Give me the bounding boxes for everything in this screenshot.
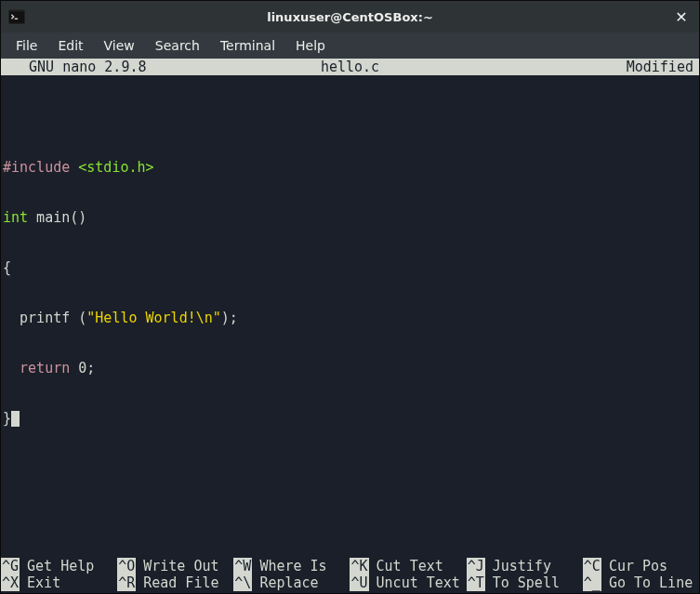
code-line: #include <stdio.h> (1, 159, 699, 176)
shortcut-uncut-text: ^UUncut Text (350, 574, 466, 591)
shortcut-key: ^X (1, 574, 20, 591)
shortcut-label: Justify (485, 558, 551, 574)
shortcut-label: Read File (136, 574, 218, 591)
svg-rect-1 (9, 11, 24, 22)
shortcut-key: ^U (350, 574, 368, 591)
code-line: return 0; (1, 360, 699, 376)
shortcut-label: Exit (20, 574, 60, 591)
return-rest: 0; (70, 360, 95, 376)
shortcut-cut-text: ^KCut Text (350, 558, 466, 574)
menubar: File Edit View Search Terminal Help (1, 33, 699, 59)
main-signature: main() (28, 209, 86, 226)
shortcut-justify: ^JJustify (467, 558, 583, 574)
shortcut-read-file: ^RRead File (117, 574, 233, 591)
shortcut-key: ^T (467, 574, 485, 591)
menu-edit[interactable]: Edit (48, 34, 92, 57)
menu-search[interactable]: Search (146, 34, 209, 57)
shortcut-key: ^W (233, 558, 252, 574)
shortcut-exit: ^XExit (1, 574, 117, 591)
printf-post: ); (221, 310, 238, 326)
shortcut-key: ^O (117, 558, 136, 574)
code-line (1, 109, 699, 125)
shortcut-where-is: ^WWhere Is (233, 558, 350, 574)
shortcut-label: Cut Text (369, 558, 443, 574)
nano-header: GNU nano 2.9.8 hello.c Modified (1, 59, 699, 75)
shortcut-get-help: ^GGet Help (1, 558, 117, 574)
shortcut-label: Where Is (252, 558, 326, 574)
window-titlebar[interactable]: linuxuser@CentOSBox:~ ✕ (1, 1, 699, 33)
shortcut-label: Uncut Text (369, 574, 460, 591)
include-header: <stdio.h> (78, 159, 153, 176)
printf-pre: printf ( (3, 310, 86, 326)
shortcut-go-to-line: ^_Go To Line (583, 574, 699, 591)
shortcut-write-out: ^OWrite Out (117, 558, 233, 574)
nano-app-label: GNU nano 2.9.8 (3, 59, 245, 75)
nano-shortcuts: ^GGet Help ^OWrite Out ^WWhere Is ^KCut … (1, 558, 699, 593)
shortcut-key: ^K (350, 558, 368, 574)
menu-file[interactable]: File (7, 34, 46, 57)
nano-filename: hello.c (245, 59, 454, 75)
shortcut-label: Go To Line (601, 574, 693, 591)
shortcut-replace: ^\Replace (233, 574, 350, 591)
shortcut-label: Write Out (136, 558, 218, 574)
shortcut-label: Get Help (20, 558, 94, 574)
terminal-window: linuxuser@CentOSBox:~ ✕ File Edit View S… (0, 0, 700, 594)
text-cursor (11, 411, 20, 427)
code-line: { (1, 259, 699, 276)
shortcut-to-spell: ^TTo Spell (467, 574, 583, 591)
shortcut-key: ^J (467, 558, 485, 574)
window-title: linuxuser@CentOSBox:~ (1, 10, 699, 24)
shortcut-label: To Spell (485, 574, 560, 591)
string-literal: "Hello World!\n" (86, 310, 221, 326)
shortcut-key: ^R (117, 574, 136, 591)
menu-terminal[interactable]: Terminal (211, 34, 284, 57)
shortcut-label: Cur Pos (601, 558, 667, 574)
code-line: int main() (1, 209, 699, 226)
code-line: } (1, 410, 699, 427)
brace-open: { (3, 259, 11, 276)
shortcut-key: ^_ (583, 574, 601, 591)
preproc-keyword: #include (3, 159, 70, 176)
shortcut-key: ^G (1, 558, 20, 574)
shortcut-cur-pos: ^CCur Pos (583, 558, 699, 574)
menu-view[interactable]: View (95, 34, 144, 57)
menu-help[interactable]: Help (286, 34, 335, 57)
nano-status: Modified (455, 59, 697, 75)
code-line: printf ("Hello World!\n"); (1, 310, 699, 326)
shortcut-label: Replace (252, 574, 318, 591)
close-button[interactable]: ✕ (671, 7, 692, 27)
brace-close: } (3, 410, 11, 427)
type-keyword: int (3, 209, 28, 226)
close-icon: ✕ (675, 8, 687, 26)
shortcut-key: ^\ (233, 574, 252, 591)
terminal-icon (8, 8, 25, 25)
editor-body[interactable]: #include <stdio.h> int main() { printf (… (1, 75, 699, 558)
terminal-area[interactable]: GNU nano 2.9.8 hello.c Modified #include… (1, 59, 699, 593)
shortcut-key: ^C (583, 558, 601, 574)
return-keyword: return (20, 360, 70, 376)
